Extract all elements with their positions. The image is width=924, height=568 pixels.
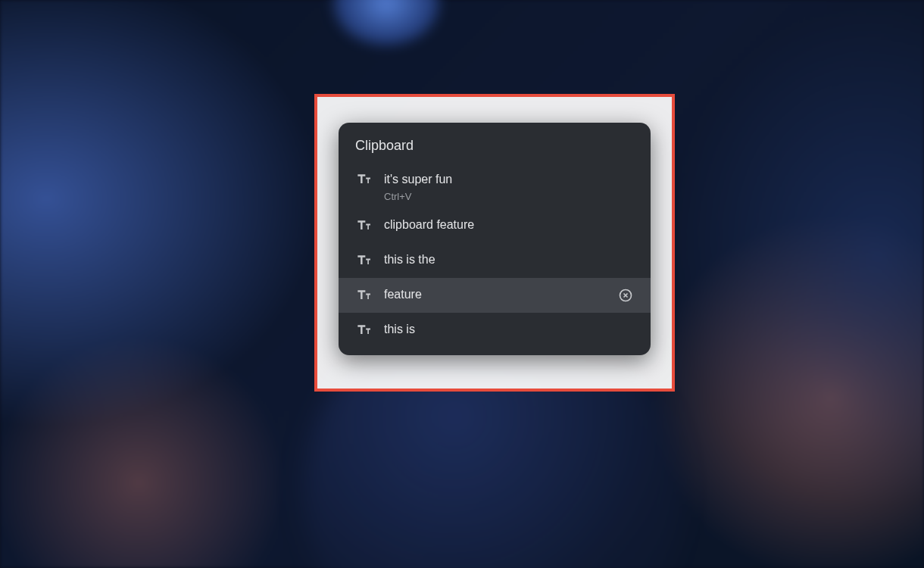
clipboard-item-shortcut: Ctrl+V	[384, 191, 634, 202]
clipboard-item-content: this is the	[384, 252, 634, 268]
clipboard-item[interactable]: feature	[339, 278, 651, 313]
text-icon	[355, 172, 376, 187]
text-icon	[355, 323, 376, 338]
close-icon[interactable]	[617, 287, 634, 304]
clipboard-item[interactable]: this is	[339, 313, 651, 348]
clipboard-item-content: clipboard feature	[384, 217, 634, 233]
text-icon	[355, 218, 376, 233]
clipboard-panel: Clipboard it's super fun Ctrl+V clipboar…	[339, 123, 651, 355]
clipboard-item-text: this is	[384, 322, 634, 338]
text-icon	[355, 253, 376, 268]
clipboard-item-text: this is the	[384, 252, 634, 268]
clipboard-item-content: feature	[384, 287, 617, 303]
clipboard-item-text: clipboard feature	[384, 217, 634, 233]
clipboard-item-text: it's super fun	[384, 172, 634, 188]
clipboard-item[interactable]: it's super fun Ctrl+V	[339, 164, 651, 208]
text-icon	[355, 288, 376, 303]
clipboard-title: Clipboard	[339, 123, 651, 164]
clipboard-item[interactable]: clipboard feature	[339, 208, 651, 243]
clipboard-item-content: it's super fun Ctrl+V	[384, 172, 634, 202]
clipboard-item[interactable]: this is the	[339, 243, 651, 278]
clipboard-item-text: feature	[384, 287, 617, 303]
clipboard-item-content: this is	[384, 322, 634, 338]
